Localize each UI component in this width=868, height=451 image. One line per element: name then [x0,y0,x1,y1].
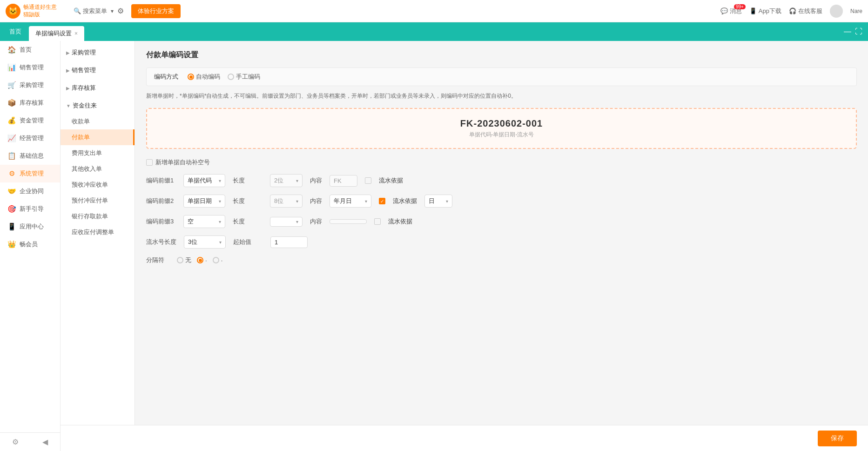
sep-dot2-radio-btn[interactable] [213,257,219,263]
length3-label: 长度 [233,217,262,226]
sidebar-item-system[interactable]: ⚙ 系统管理 [0,165,60,182]
sep-none-radio-btn[interactable] [177,257,183,263]
auto-fill-checkbox[interactable] [146,159,153,166]
search-menu-button[interactable]: 🔍 搜索菜单 [74,7,107,15]
sidebar-collapse-icon[interactable]: ◀ [42,438,48,446]
length2-value: 8位 [274,197,283,205]
prefix2-value: 单据日期 [188,197,212,205]
sidebar-item-label: 畅会员 [20,240,38,249]
manual-code-radio-btn[interactable] [228,74,234,80]
tab-bar-actions: — ⛶ [844,27,866,36]
preview-code: FK-20230602-001 [161,118,842,129]
sub-group-finance-title[interactable]: ▼ 资金往来 [61,98,135,114]
app-download-button[interactable]: 📱 App下载 [749,7,781,15]
auto-code-label: 自动编码 [196,73,220,81]
guide-icon: 🎯 [7,205,16,213]
avatar [830,5,843,18]
serial-basis3-checkbox[interactable] [374,218,381,225]
auto-code-radio[interactable]: 自动编码 [188,73,220,81]
auto-code-radio-btn[interactable] [188,74,194,80]
tab-home[interactable]: 首页 [2,22,29,41]
minimize-icon[interactable]: — [844,27,851,36]
online-service-button[interactable]: 🎧 在线客服 [789,7,822,15]
coding-method-label: 编码方式 [154,73,178,81]
sep-dot-radio[interactable]: · [197,257,207,264]
sep-dot2-radio[interactable]: · [213,257,223,264]
maximize-icon[interactable]: ⛶ [855,27,862,36]
chevron-down-icon: ▾ [219,178,221,183]
sidebar-item-label: 销售管理 [20,63,44,72]
layout: 🏠 首页 📊 销售管理 🛒 采购管理 📦 库存核算 💰 资金管理 📈 经 [0,41,868,451]
home-icon: 🏠 [7,46,16,54]
sub-menu-item-receipt[interactable]: 收款单 [61,114,135,129]
main-content: 付款单编码设置 编码方式 自动编码 手工编码 新增单据时，*单据编码*自动生成，… [135,41,868,451]
message-button[interactable]: 💬 消息 99+ [720,7,742,15]
sales-icon: 📊 [7,63,16,72]
sub-menu-item-prepay-recv[interactable]: 预收冲应收单 [61,177,135,193]
sidebar-item-basics[interactable]: 📋 基础信息 [0,147,60,165]
notice-text: 新增单据时，*单据编码*自动生成，不可编辑。前缀设置为部门、业务员等档案类，开单… [146,92,857,101]
sidebar-item-guide[interactable]: 🎯 新手引导 [0,200,60,218]
serial-length-select[interactable]: 3位 ▾ [184,236,226,249]
length3-select[interactable]: ▾ [270,217,303,227]
prefix2-label: 编码前缀2 [146,197,176,205]
settings-icon[interactable]: ⚙ [117,7,124,15]
sidebar-item-sales[interactable]: 📊 销售管理 [0,59,60,76]
serial-row: 流水号长度 3位 ▾ 起始值 [146,236,857,249]
sidebar-item-apps[interactable]: 📱 应用中心 [0,218,60,236]
sub-group-finance: ▼ 资金往来 收款单 付款单 费用支出单 其他收入单 预收冲应收单 预付冲应付单… [61,98,135,240]
sep-none-radio[interactable]: 无 [177,256,191,264]
sidebar-item-home[interactable]: 🏠 首页 [0,41,60,59]
sub-menu-item-bank[interactable]: 银行存取款单 [61,209,135,224]
sub-menu-item-other-income[interactable]: 其他收入单 [61,161,135,177]
chevron-down-icon: ▾ [219,219,221,224]
manual-code-radio[interactable]: 手工编码 [228,73,260,81]
prefix1-select[interactable]: 单据代码 ▾ [183,174,225,187]
sub-menu-item-prepay-pay[interactable]: 预付冲应付单 [61,193,135,209]
sidebar-item-label: 基础信息 [20,152,44,160]
nav-dropdown[interactable]: ▾ [111,8,114,14]
serial-basis2-checkbox[interactable]: ✓ [379,198,385,204]
serial-basis2-period-select[interactable]: 日 ▾ [424,195,452,208]
sidebar-item-operations[interactable]: 📈 经营管理 [0,129,60,147]
arrow-icon: ▼ [66,103,71,108]
sidebar-item-finance[interactable]: 💰 资金管理 [0,112,60,129]
close-icon[interactable]: × [74,30,78,37]
serial-basis1-checkbox[interactable] [365,177,371,184]
sidebar-item-enterprise[interactable]: 🤝 企业协同 [0,182,60,200]
length2-select[interactable]: 8位 ▾ [270,195,303,208]
sub-menu-item-ar-ap-adj[interactable]: 应收应付调整单 [61,224,135,240]
tab-current[interactable]: 单据编码设置 × [29,26,84,41]
finance-icon: 💰 [7,116,16,125]
sidebar-item-inventory[interactable]: 📦 库存核算 [0,94,60,112]
sub-group-inventory-title[interactable]: ▶ 库存核算 [61,80,135,96]
length2-label: 长度 [233,197,262,205]
page-title: 付款单编码设置 [146,50,857,60]
sidebar-item-member[interactable]: 👑 畅会员 [0,236,60,253]
length1-select[interactable]: 2位 ▾ [270,174,303,187]
save-button[interactable]: 保存 [818,431,857,446]
basics-icon: 📋 [7,152,16,160]
content3-value [330,219,367,224]
sub-group-purchase-title[interactable]: ▶ 采购管理 [61,45,135,61]
sidebar-item-label: 库存核算 [20,99,44,107]
sep-dot-radio-btn[interactable] [197,257,203,263]
trial-btn[interactable]: 体验行业方案 [131,4,181,18]
user-name: Nare [850,8,862,14]
prefix3-select[interactable]: 空 ▾ [183,215,225,228]
sub-menu-item-expense[interactable]: 费用支出单 [61,145,135,161]
sub-menu-item-payment[interactable]: 付款单 [61,129,135,145]
sidebar-item-purchase[interactable]: 🛒 采购管理 [0,76,60,94]
serial-start-input[interactable] [270,236,308,248]
sub-group-sales-title[interactable]: ▶ 销售管理 [61,62,135,78]
chevron-down-icon: ▾ [296,199,298,204]
sidebar-item-label: 企业协同 [20,187,44,195]
prefix2-select[interactable]: 单据日期 ▾ [183,195,225,208]
sidebar-item-label: 经营管理 [20,134,44,142]
sub-group-inventory: ▶ 库存核算 [61,80,135,96]
arrow-icon: ▶ [66,68,70,73]
auto-fill-checkbox-row[interactable]: 新增单据自动补空号 [146,158,857,167]
content2-select[interactable]: 年月日 ▾ [330,195,371,208]
sidebar-settings-icon[interactable]: ⚙ [12,438,19,446]
sidebar-item-label: 资金管理 [20,116,44,125]
